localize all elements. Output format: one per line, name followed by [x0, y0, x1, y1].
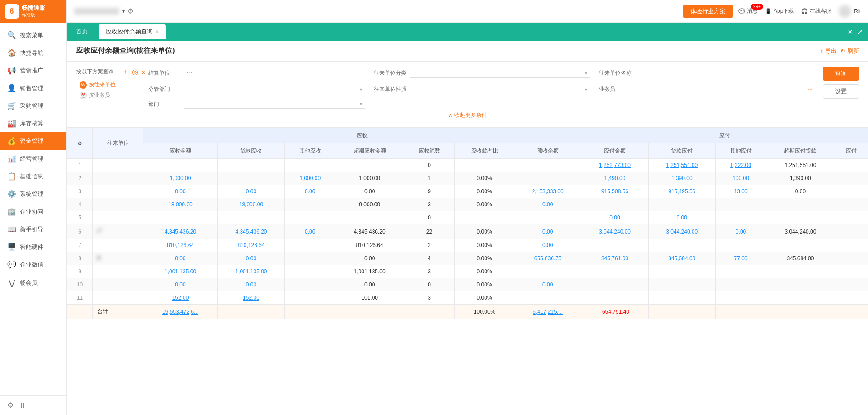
table-cell[interactable]: 1,001,135.00: [217, 265, 284, 278]
table-cell: [648, 265, 715, 278]
table-cell[interactable]: 13.00: [715, 185, 766, 198]
message-button[interactable]: 💬 消息 99+: [738, 7, 758, 15]
tab-active[interactable]: 应收应付余额查询 ×: [99, 24, 166, 39]
breadcrumb-dropdown[interactable]: ▾: [122, 8, 125, 14]
user-menu[interactable]: Rit: [839, 5, 861, 18]
summary-ys-zb: 100.00%: [455, 305, 514, 319]
table-cell[interactable]: 810,126.64: [143, 239, 218, 252]
table-cell[interactable]: 3,044,240.00: [648, 224, 715, 239]
filter-top: 按以下方案查询 ＋ ◎ « W 按往来单位: [76, 67, 859, 109]
filter-settings-button[interactable]: ◎: [132, 67, 138, 76]
sidebar-item-finance[interactable]: 💰 资金管理: [0, 132, 66, 150]
sidebar-item-search[interactable]: 🔍 搜索菜单: [0, 26, 66, 44]
table-cell[interactable]: 0.00: [217, 278, 284, 291]
table-cell[interactable]: 18,000.00: [143, 198, 218, 211]
table-cell[interactable]: 0.00: [143, 252, 218, 265]
table-cell[interactable]: 1,222.00: [715, 159, 766, 172]
table-cell[interactable]: 3,044,240.00: [581, 224, 648, 239]
table-cell[interactable]: 0.00: [217, 185, 284, 198]
sidebar-item-inventory[interactable]: 🏭 库存核算: [0, 114, 66, 132]
sidebar-item-enterprise[interactable]: 🏢 企业协同: [0, 203, 66, 220]
table-cell[interactable]: 655,636.75: [514, 252, 581, 265]
sidebar-item-basic[interactable]: 📋 基础信息: [0, 167, 66, 185]
tab-close-icon[interactable]: ×: [156, 29, 159, 35]
table-cell[interactable]: 1,000.00: [285, 172, 335, 185]
th-settings[interactable]: ⚙: [67, 128, 93, 159]
filter-collapse-left-button[interactable]: «: [141, 68, 145, 76]
table-cell[interactable]: 915,495.56: [648, 185, 715, 198]
sidebar-item-hardware[interactable]: 🖥️ 智能硬件: [0, 238, 66, 256]
sidebar-item-guide[interactable]: 📖 新手引导: [0, 220, 66, 238]
jiesuan-input[interactable]: ···: [184, 67, 365, 79]
table-cell[interactable]: 0.00: [648, 211, 715, 224]
settings-icon[interactable]: ⚙: [7, 401, 14, 410]
window-close-icon[interactable]: ✕: [847, 28, 853, 36]
table-cell: 2: [67, 172, 93, 185]
sidebar-item-wechat[interactable]: 💬 企业微信: [0, 256, 66, 273]
sidebar-item-sales[interactable]: 👤 销售管理: [0, 79, 66, 97]
table-cell[interactable]: 100.00: [715, 172, 766, 185]
table-cell[interactable]: 0.00: [715, 224, 766, 239]
dept-label: 部门: [148, 100, 180, 108]
table-cell[interactable]: 0.00: [514, 239, 581, 252]
sidebar-item-marketing[interactable]: 📢 营销推广: [0, 62, 66, 79]
table-cell[interactable]: 0.00: [217, 252, 284, 265]
sidebar-item-quicknav[interactable]: 🏠 快捷导航: [0, 44, 66, 62]
filter-method-partner[interactable]: W 按往来单位: [80, 81, 139, 89]
sidebar-item-operations[interactable]: 📊 经营管理: [0, 150, 66, 167]
partner-name-input[interactable]: [635, 71, 816, 75]
collapse-icon[interactable]: ⏸: [19, 401, 26, 410]
table-cell[interactable]: 0.00: [285, 224, 335, 239]
filter-settings-btn[interactable]: 设置: [823, 84, 859, 99]
table-cell[interactable]: 4,345,436.20: [143, 224, 218, 239]
app-download-button[interactable]: 📱 App下载: [765, 7, 794, 15]
table-cell[interactable]: 0.00: [514, 198, 581, 211]
table-cell[interactable]: 345,684.00: [648, 252, 715, 265]
table-cell[interactable]: 1,490.00: [581, 172, 648, 185]
home-icon: 🏠: [7, 48, 16, 57]
summary-total-label: 合计: [92, 305, 143, 319]
settings-gear-icon[interactable]: ⚙: [77, 140, 82, 147]
filter-method-salesperson[interactable]: ⏰ 按业务员: [80, 91, 139, 99]
promo-button[interactable]: 体验行业方案: [683, 5, 733, 18]
table-cell[interactable]: 18,000.00: [217, 198, 284, 211]
table-cell[interactable]: 0.00: [514, 224, 581, 239]
table-cell[interactable]: 915,508.56: [581, 185, 648, 198]
sidebar-item-member[interactable]: ⋁ 畅会员: [0, 273, 66, 292]
table-cell[interactable]: 0.00: [143, 278, 218, 291]
table-cell[interactable]: 345,761.00: [581, 252, 648, 265]
add-filter-button[interactable]: ＋: [122, 67, 129, 76]
filter-collapse-button[interactable]: ∧ 收起更多条件: [76, 109, 859, 122]
table-cell[interactable]: 2,153,333.00: [514, 185, 581, 198]
gear-icon[interactable]: ⚙: [127, 7, 134, 15]
table-cell[interactable]: 152.00: [217, 291, 284, 305]
table-cell[interactable]: 1,251,551.00: [648, 159, 715, 172]
table-cell: 4,345,436.20: [335, 224, 404, 239]
table-cell[interactable]: 1,252,773.00: [581, 159, 648, 172]
partner-cat-select[interactable]: ▾: [410, 69, 590, 78]
table-cell[interactable]: 0.00: [143, 185, 218, 198]
dept-select[interactable]: ▾: [184, 100, 365, 109]
window-expand-icon[interactable]: ⤢: [857, 28, 863, 36]
table-cell[interactable]: 4,345,436.20: [217, 224, 284, 239]
table-cell[interactable]: 152.00: [143, 291, 218, 305]
table-cell[interactable]: 1,001,135.00: [143, 265, 218, 278]
table-cell[interactable]: 0.00: [285, 185, 335, 198]
table-cell[interactable]: 1,390.00: [648, 172, 715, 185]
export-button[interactable]: ↑ 导出: [821, 47, 837, 55]
tab-home[interactable]: 首页: [67, 23, 97, 41]
table-cell[interactable]: 0.00: [514, 278, 581, 291]
refresh-button[interactable]: ↻ 刷新: [840, 47, 859, 55]
table-cell[interactable]: 1,000.00: [143, 172, 218, 185]
query-button[interactable]: 查询: [823, 67, 859, 81]
salesperson-input[interactable]: ···: [634, 84, 816, 95]
sidebar-item-purchase[interactable]: 🛒 采购管理: [0, 97, 66, 114]
partner-nature-select[interactable]: ▾: [410, 85, 590, 94]
online-service-button[interactable]: 🎧 在线客服: [801, 7, 831, 15]
dept-manage-select[interactable]: ▾: [184, 85, 365, 94]
table-cell[interactable]: 810,126.64: [217, 239, 284, 252]
table-cell[interactable]: 77.00: [715, 252, 766, 265]
table-cell[interactable]: 0.00: [581, 211, 648, 224]
logo-icon: 6: [5, 4, 19, 19]
sidebar-item-system[interactable]: ⚙️ 系统管理: [0, 185, 66, 203]
